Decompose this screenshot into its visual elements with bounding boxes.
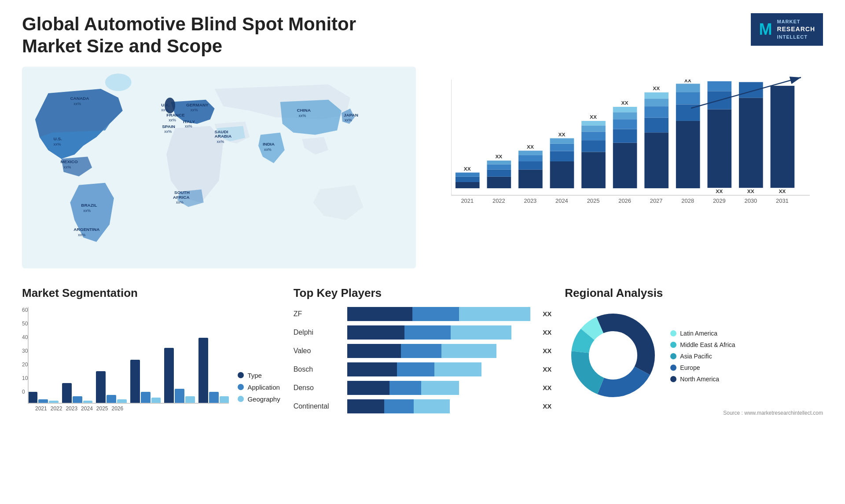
svg-text:xx%: xx% (264, 147, 272, 152)
svg-text:MEXICO: MEXICO (61, 159, 78, 164)
svg-text:xx%: xx% (63, 165, 71, 169)
source-text: Source : www.marketresearchintellect.com (565, 410, 823, 416)
svg-text:XX: XX (558, 131, 566, 137)
legend-asia-pacific: Asia Pacific (670, 353, 735, 360)
svg-text:2025: 2025 (587, 198, 600, 204)
svg-text:2021: 2021 (461, 198, 474, 204)
application-bar (107, 395, 116, 404)
svg-text:ARGENTINA: ARGENTINA (73, 227, 99, 232)
player-name-valeo: Valeo (294, 347, 342, 355)
regional-analysis: Regional Analysis (565, 286, 823, 416)
svg-rect-62 (581, 152, 606, 188)
bar-group-2021 (28, 392, 59, 404)
player-continental: Continental XX (294, 399, 552, 413)
application-bar (175, 389, 184, 403)
middle-east-dot (670, 342, 676, 348)
player-bar-denso (347, 381, 534, 395)
player-zf: ZF XX (294, 307, 552, 321)
svg-text:xx%: xx% (217, 139, 224, 144)
svg-text:U.K.: U.K. (161, 102, 170, 107)
application-bar (141, 392, 151, 404)
svg-rect-45 (487, 170, 511, 177)
legend-geography: Geography (238, 395, 280, 403)
player-value-bosch: XX (543, 365, 551, 373)
player-bar-valeo (347, 344, 534, 358)
player-name-continental: Continental (294, 402, 342, 410)
svg-point-108 (591, 333, 635, 377)
player-delphi: Delphi XX (294, 325, 552, 340)
svg-rect-51 (518, 161, 543, 170)
svg-rect-73 (613, 107, 637, 112)
svg-text:CANADA: CANADA (70, 96, 89, 101)
legend-type: Type (238, 372, 280, 379)
svg-text:SPAIN: SPAIN (162, 124, 175, 129)
player-denso: Denso XX (294, 381, 552, 395)
main-content: CANADA xx% U.S. xx% MEXICO xx% BRAZIL xx… (22, 66, 823, 282)
svg-rect-79 (644, 99, 669, 106)
svg-rect-89 (707, 109, 731, 187)
svg-text:FRANCE: FRANCE (166, 112, 185, 117)
segmentation-chart: 60 50 40 30 20 10 0 (22, 307, 280, 412)
player-name-bosch: Bosch (294, 365, 342, 373)
svg-text:2028: 2028 (681, 198, 694, 204)
application-dot (238, 384, 244, 390)
svg-rect-76 (644, 132, 669, 188)
bar-group-2024 (130, 360, 161, 404)
legend-middle-east: Middle East & Africa (670, 341, 735, 348)
y-axis-labels: 60 50 40 30 20 10 0 (22, 307, 28, 404)
asia-pacific-label: Asia Pacific (680, 353, 712, 360)
segmentation-legend: Type Application Geography (238, 372, 280, 412)
player-bar-continental (347, 399, 534, 413)
svg-text:xx%: xx% (54, 142, 61, 146)
top-players: Top Key Players ZF XX Delphi (294, 286, 552, 416)
svg-text:XX: XX (495, 154, 502, 160)
svg-text:XX: XX (653, 86, 660, 91)
svg-rect-53 (518, 150, 543, 155)
player-bar-zf (347, 307, 534, 321)
svg-rect-69 (613, 143, 637, 188)
geography-bar (49, 401, 59, 404)
svg-rect-72 (613, 112, 637, 119)
asia-pacific-dot (670, 353, 676, 359)
svg-text:2029: 2029 (713, 198, 726, 204)
svg-rect-52 (518, 155, 543, 161)
geography-bar (83, 401, 93, 404)
type-bar (62, 383, 72, 404)
svg-rect-58 (550, 143, 574, 151)
type-bar (198, 338, 208, 404)
type-bar (28, 392, 37, 404)
donut-chart (565, 307, 661, 405)
svg-rect-77 (644, 117, 669, 132)
middle-east-label: Middle East & Africa (680, 341, 735, 348)
players-title: Top Key Players (294, 286, 552, 300)
svg-text:JAPAN: JAPAN (344, 112, 358, 117)
regional-legend: Latin America Middle East & Africa Asia … (670, 330, 735, 383)
bar-chart-section: XX 2021 XX 2022 XX 2023 (429, 66, 823, 269)
legend-application: Application (238, 383, 280, 391)
segmentation-bars (28, 307, 229, 404)
svg-rect-83 (676, 121, 700, 188)
svg-text:2023: 2023 (524, 198, 537, 204)
player-bosch: Bosch XX (294, 362, 552, 376)
page-header: Global Automotive Blind Spot Monitor Mar… (22, 13, 823, 58)
page-title: Global Automotive Blind Spot Monitor Mar… (22, 13, 418, 58)
svg-text:xx%: xx% (83, 208, 91, 213)
svg-text:2026: 2026 (618, 198, 631, 204)
svg-text:AFRICA: AFRICA (173, 194, 190, 199)
svg-rect-78 (644, 106, 669, 117)
svg-text:GERMANY: GERMANY (186, 102, 209, 107)
player-valeo: Valeo XX (294, 344, 552, 358)
svg-rect-99 (771, 86, 795, 188)
logo-letter: M (759, 18, 772, 40)
svg-text:xx%: xx% (169, 117, 176, 122)
svg-rect-44 (487, 177, 511, 188)
svg-rect-63 (581, 140, 606, 152)
svg-rect-70 (613, 129, 637, 143)
type-bar (96, 371, 106, 403)
logo-text: MARKET RESEARCH INTELLECT (777, 18, 815, 40)
svg-rect-47 (487, 161, 511, 164)
svg-text:XX: XX (590, 114, 597, 120)
geography-bar (185, 396, 195, 404)
bottom-grid: Market Segmentation 60 50 40 30 20 10 0 (22, 286, 823, 416)
svg-text:xx%: xx% (73, 102, 81, 106)
